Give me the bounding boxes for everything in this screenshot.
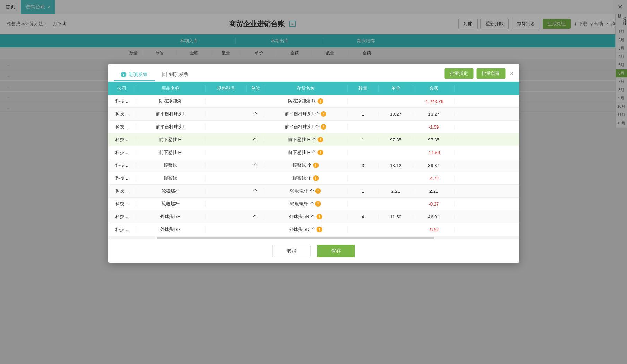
cell-company: 科技... [108,124,136,130]
cell-inventory-name: 防冻冷却液 瓶 ! [264,98,347,104]
cell-product-name: 防冻冷却液 [136,98,205,104]
sales-tab-label: 销项发票 [169,71,189,78]
cell-product-name: 前下悬挂 R [136,149,205,156]
cell-product-name: 前平衡杆球头L [136,111,205,117]
cell-product-name: 外球头L/R [136,214,205,220]
cell-product-name: 轮毂螺杆 [136,201,205,207]
modal-header: ● 进项发票 □ 销项发票 批量指定 批量创建 × [108,64,519,82]
cell-unit: 个 [247,137,264,143]
cell-product-name: 前平衡杆球头L [136,124,205,130]
cell-qty: 1 [347,112,378,117]
table-row[interactable]: 科技... 报警线 报警线 个 ! -4.72 [108,172,519,185]
warning-icon: ! [316,227,322,232]
cell-qty: 1 [347,189,378,194]
table-row[interactable]: 科技... 外球头L/R 个 外球头L/R 个 ! 4 11.50 46.01 [108,210,519,223]
cell-company: 科技... [108,111,136,117]
cell-qty: 3 [347,163,378,168]
warning-icon: ! [321,124,326,130]
cell-amount: 46.01 [413,214,455,219]
cell-company: 科技... [108,149,136,156]
table-row[interactable]: 科技... 外球头L/R 外球头L/R 个 ! -5.52 [108,223,519,236]
cell-company: 科技... [108,188,136,194]
table-row[interactable]: 科技... 前平衡杆球头L 前平衡杆球头L 个 ! -1.59 [108,121,519,133]
cell-inventory-name: 外球头L/R 个 ! [264,226,347,233]
cell-product-name: 外球头L/R [136,226,205,233]
warning-icon: ! [317,150,323,155]
cell-qty: 1 [347,137,378,142]
modal-horizontal-scrollbar[interactable] [108,236,519,239]
table-row[interactable]: 科技... 防冻冷却液 防冻冷却液 瓶 ! -1,243.76 [108,95,519,108]
cell-product-name: 报警线 [136,162,205,168]
mth-spec: 规格型号 [205,85,247,92]
warning-icon: ! [315,188,321,194]
batch-assign-button[interactable]: 批量指定 [444,68,473,79]
modal-footer: 取消 保存 [108,239,519,263]
cancel-button[interactable]: 取消 [272,245,311,257]
cell-qty: 4 [347,214,378,219]
cell-amount: -4.72 [413,176,455,181]
cell-unit: 个 [247,111,264,117]
cell-amount: -11.68 [413,150,455,155]
warning-icon: ! [316,214,322,219]
tab-income-invoice[interactable]: ● 进项发票 [114,69,155,81]
mth-inventory-name: 存货名称 [264,85,347,92]
table-row[interactable]: 科技... 轮毂螺杆 轮毂螺杆 个 ! -0.27 [108,198,519,210]
warning-icon: ! [321,111,326,117]
warning-icon: ! [313,175,319,181]
cell-product-name: 报警线 [136,175,205,181]
batch-create-button[interactable]: 批量创建 [476,68,505,79]
tab-sales-invoice[interactable]: □ 销项发票 [155,69,195,81]
cell-company: 科技... [108,175,136,181]
table-row[interactable]: 科技... 前平衡杆球头L 个 前平衡杆球头L 个 ! 1 13.27 13.2… [108,108,519,121]
warning-icon: ! [315,201,321,207]
sales-tab-icon: □ [162,72,167,77]
cell-amount: 39.37 [413,163,455,168]
mth-amount: 金额 [413,85,455,92]
table-row[interactable]: 科技... 前下悬挂 R 个 前下悬挂 R 个 ! 1 97.35 97.35 [108,133,519,146]
cell-amount: 13.27 [413,112,455,117]
cell-inventory-name: 外球头L/R 个 ! [264,214,347,220]
table-row[interactable]: 科技... 报警线 个 报警线 个 ! 3 13.12 39.37 [108,159,519,172]
mth-product-name: 商品名称 [136,85,205,92]
mth-company: 公司 [108,85,136,92]
cell-unit: 个 [247,188,264,194]
modal-table-header: 公司 商品名称 规格型号 单位 存货名称 数量 单价 金额 [108,82,519,95]
cell-company: 科技... [108,214,136,220]
income-tab-label: 进项发票 [128,71,148,78]
cell-unit: 个 [247,214,264,220]
cell-price: 97.35 [378,137,413,142]
warning-icon: ! [313,163,319,168]
mth-unit: 单位 [247,85,264,92]
cell-company: 科技... [108,201,136,207]
cell-amount: -0.27 [413,201,455,207]
mth-price: 单价 [378,85,413,92]
cell-company: 科技... [108,226,136,233]
cell-company: 科技... [108,162,136,168]
table-row[interactable]: 科技... 轮毂螺杆 个 轮毂螺杆 个 ! 1 2.21 2.21 [108,185,519,198]
modal-dialog: ● 进项发票 □ 销项发票 批量指定 批量创建 × 公司 商品名称 规格型号 单… [108,64,519,263]
cell-company: 科技... [108,137,136,143]
scrollbar-thumb[interactable] [157,237,434,239]
cell-price: 13.12 [378,163,413,168]
cell-inventory-name: 报警线 个 ! [264,162,347,168]
cell-price: 11.50 [378,214,413,219]
cell-price: 13.27 [378,112,413,117]
modal-close-button[interactable]: × [510,70,513,80]
cell-amount: 97.35 [413,137,455,142]
cell-amount: -5.52 [413,227,455,232]
save-button[interactable]: 保存 [317,245,355,257]
cell-price: 2.21 [378,189,413,194]
cell-amount: -1,243.76 [413,99,455,104]
cell-unit: 个 [247,162,264,168]
cell-amount: -1.59 [413,124,455,130]
cell-product-name: 前下悬挂 R [136,137,205,143]
cell-inventory-name: 前平衡杆球头L 个 ! [264,111,347,117]
warning-icon: ! [317,137,323,142]
modal-header-actions: 批量指定 批量创建 [444,68,505,81]
warning-icon: ! [317,98,323,104]
table-row[interactable]: 科技... 前下悬挂 R 前下悬挂 R 个 ! -11.68 [108,146,519,159]
cell-inventory-name: 报警线 个 ! [264,175,347,181]
modal-table-body: 科技... 防冻冷却液 防冻冷却液 瓶 ! -1,243.76 科技... 前平… [108,95,519,236]
cell-company: 科技... [108,98,136,104]
mth-qty: 数量 [347,85,378,92]
